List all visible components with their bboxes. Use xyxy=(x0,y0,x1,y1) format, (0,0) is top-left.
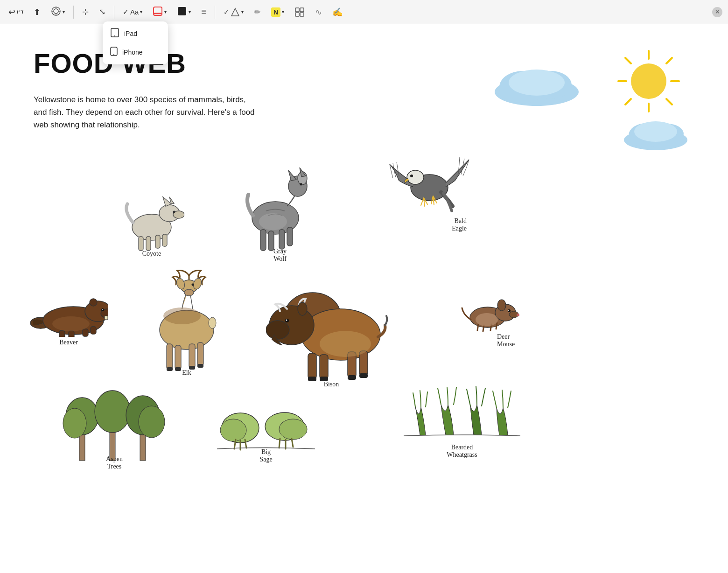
beaver-label: Beaver xyxy=(29,339,108,346)
sun xyxy=(616,49,681,116)
animal-bearded-wheatgrass: BeardedWheatgrass xyxy=(401,379,523,459)
crop-button[interactable]: ⊹ xyxy=(79,5,91,19)
svg-rect-99 xyxy=(308,377,316,381)
share-icon: ⬆ xyxy=(34,7,41,17)
font-button[interactable]: ✓ Aa ▾ xyxy=(120,6,145,18)
svg-rect-83 xyxy=(175,367,181,371)
svg-rect-96 xyxy=(320,355,328,379)
svg-marker-9 xyxy=(231,8,239,16)
close-icon: ✕ xyxy=(715,8,720,15)
svg-point-44 xyxy=(173,211,175,213)
svg-rect-78 xyxy=(167,344,173,370)
svg-marker-48 xyxy=(288,170,296,181)
scribble-icon: ∿ xyxy=(315,7,322,17)
svg-rect-11 xyxy=(300,8,304,12)
svg-rect-50 xyxy=(260,230,266,251)
resize-button[interactable]: ⤡ xyxy=(96,5,108,19)
scribble-button[interactable]: ∿ xyxy=(312,5,325,19)
svg-rect-53 xyxy=(287,227,293,246)
svg-rect-12 xyxy=(295,13,299,16)
device-dropdown-menu: iPad iPhone xyxy=(103,21,168,64)
svg-point-26 xyxy=(631,63,666,99)
animal-beaver: Beaver xyxy=(29,286,108,346)
svg-point-108 xyxy=(497,300,506,311)
svg-rect-79 xyxy=(175,345,181,370)
svg-point-30 xyxy=(509,70,565,96)
dropdown-item-ipad[interactable]: iPad xyxy=(103,24,168,43)
svg-rect-66 xyxy=(69,331,74,337)
separator-2 xyxy=(114,6,114,19)
svg-point-55 xyxy=(259,213,287,230)
close-button[interactable]: ✕ xyxy=(712,7,722,17)
group-icon xyxy=(294,7,305,17)
svg-point-107 xyxy=(517,314,519,316)
fill-arrow: ▾ xyxy=(189,9,191,14)
cloud-1 xyxy=(490,64,583,108)
share-button[interactable]: ⬆ xyxy=(31,5,43,19)
svg-rect-95 xyxy=(308,353,316,379)
svg-point-87 xyxy=(209,317,216,328)
pen-button[interactable]: ✏ xyxy=(251,5,264,19)
svg-point-116 xyxy=(95,391,130,433)
markup-button[interactable]: ✍ xyxy=(329,5,345,19)
fill-color-button[interactable]: ▾ xyxy=(174,4,194,20)
svg-rect-85 xyxy=(197,364,203,368)
svg-rect-68 xyxy=(91,327,96,334)
animal-elk: Elk xyxy=(142,267,231,377)
device-icon xyxy=(51,6,61,18)
crop-icon: ⊹ xyxy=(82,7,89,17)
device-dropdown-button[interactable]: ▾ xyxy=(48,4,68,20)
svg-rect-8 xyxy=(178,7,186,15)
cloud-2 xyxy=(621,118,691,152)
svg-rect-102 xyxy=(359,373,368,378)
font-label: Aa xyxy=(130,8,139,16)
svg-rect-40 xyxy=(139,237,143,251)
sun-svg xyxy=(616,49,681,114)
undo-button[interactable]: ↩ ד׳ו xyxy=(6,5,26,19)
svg-rect-13 xyxy=(300,13,304,16)
svg-rect-63 xyxy=(105,316,108,320)
svg-rect-10 xyxy=(295,8,299,12)
group-button[interactable] xyxy=(292,5,308,19)
svg-rect-52 xyxy=(279,230,285,249)
font-arrow: ▾ xyxy=(140,9,142,14)
svg-point-119 xyxy=(139,406,165,438)
svg-point-92 xyxy=(298,302,307,315)
canvas: FOOD WEB Yellowstone is home to over 300… xyxy=(0,24,728,573)
svg-point-109 xyxy=(508,309,511,312)
svg-point-103 xyxy=(320,331,371,357)
svg-rect-81 xyxy=(197,342,203,366)
note-button[interactable]: N ▾ xyxy=(268,6,287,19)
dropdown-item-iphone[interactable]: iPhone xyxy=(103,43,168,62)
ipad-icon xyxy=(110,28,119,39)
svg-point-70 xyxy=(102,309,103,310)
note-icon: N xyxy=(271,7,280,17)
resize-icon: ⤡ xyxy=(99,7,105,17)
note-arrow: ▾ xyxy=(282,9,284,14)
svg-rect-67 xyxy=(83,329,88,336)
stroke-color-button[interactable]: ▾ xyxy=(150,4,169,20)
list-button[interactable]: ≡ xyxy=(198,5,209,19)
dropdown-arrow-icon: ▾ xyxy=(63,9,65,14)
svg-point-1 xyxy=(54,9,58,14)
svg-point-110 xyxy=(508,310,509,311)
svg-line-23 xyxy=(666,99,672,105)
svg-rect-42 xyxy=(155,235,160,248)
svg-point-34 xyxy=(634,121,677,142)
dropdown-item-iphone-label: iPhone xyxy=(122,49,143,56)
svg-point-69 xyxy=(101,308,104,311)
separator-3 xyxy=(215,6,215,19)
dropdown-item-ipad-label: iPad xyxy=(124,30,137,37)
stroke-arrow: ▾ xyxy=(164,9,167,14)
undo-icon: ↩ xyxy=(8,7,15,17)
svg-point-77 xyxy=(163,307,201,324)
svg-line-25 xyxy=(625,99,631,105)
list-icon: ≡ xyxy=(201,7,206,17)
shape-svg-icon xyxy=(231,7,240,17)
svg-point-91 xyxy=(266,321,289,339)
svg-line-24 xyxy=(666,58,672,63)
shape-icon: ✓ xyxy=(224,8,229,16)
animal-gray-wolf: GrayWolf xyxy=(243,162,317,263)
shape-button[interactable]: ✓ ▾ xyxy=(221,6,246,19)
svg-rect-80 xyxy=(189,344,195,368)
